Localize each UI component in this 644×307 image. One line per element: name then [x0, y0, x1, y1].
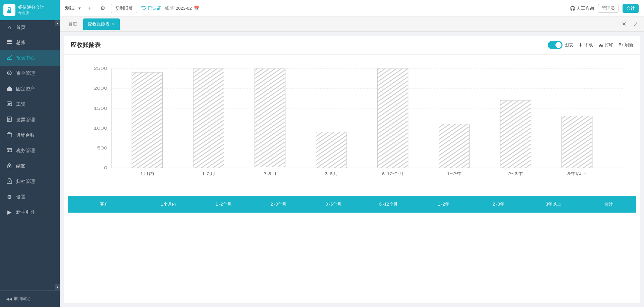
- svg-rect-2: [7, 40, 12, 41]
- tutorial-icon: ▶: [6, 209, 13, 215]
- svg-text:1-2月: 1-2月: [202, 171, 216, 176]
- sidebar-item-tax[interactable]: 税务管理: [0, 143, 60, 159]
- sidebar: 畅捷通好会计 专业版 ▲ ⌂ 首页 总账: [0, 0, 60, 307]
- workspace-dropdown-btn[interactable]: ▾: [78, 6, 81, 11]
- sidebar-logo: 畅捷通好会计 专业版: [0, 0, 60, 20]
- consult-btn[interactable]: 🎧 人工咨询: [570, 5, 594, 11]
- bar-1-2-month: [193, 69, 224, 168]
- period-info: 账期 2023-02 📅: [165, 5, 199, 11]
- header-actions: ▾ ＋ ⚙ 切到旧版: [78, 3, 137, 13]
- th-customer: 客户: [68, 196, 141, 213]
- th-2-3month: 2~3个月: [251, 196, 306, 213]
- certified-label: 已认证: [148, 5, 161, 11]
- svg-text:2~3年: 2~3年: [508, 171, 523, 176]
- page-inner: 应收账龄表 图表 ⬇ 下载 🖨 打印 ↻: [64, 36, 640, 303]
- sidebar-scroll-down[interactable]: ▼: [55, 284, 60, 290]
- sidebar-item-payroll[interactable]: 工资: [0, 97, 60, 112]
- tab-home[interactable]: 首页: [64, 18, 82, 30]
- sidebar-item-reports[interactable]: 报表中心: [0, 50, 60, 66]
- tab-close-window-btn[interactable]: ✕: [619, 19, 629, 29]
- th-6-12month: 6~12个月: [361, 196, 416, 213]
- app-sub: 专业版: [18, 10, 44, 15]
- svg-text:3年以上: 3年以上: [567, 171, 587, 176]
- bar-2-3-month: [255, 69, 285, 167]
- sidebar-label-assets: 固定资产: [16, 86, 35, 92]
- svg-text:2500: 2500: [94, 66, 107, 71]
- tab-close-btn[interactable]: ✕: [112, 22, 115, 27]
- closing-icon: [6, 163, 13, 170]
- settings-icon: ⚙: [6, 194, 13, 200]
- sidebar-label-settings: 设置: [16, 194, 25, 200]
- home-icon: ⌂: [6, 25, 13, 31]
- svg-text:1000: 1000: [94, 126, 107, 130]
- svg-rect-17: [7, 133, 12, 137]
- headset-icon: 🎧: [570, 6, 575, 11]
- svg-text:1500: 1500: [94, 106, 107, 111]
- th-3plus: 3年以上: [526, 196, 581, 213]
- consult-label: 人工咨询: [577, 5, 594, 11]
- download-icon: ⬇: [579, 42, 583, 48]
- certified-icon: 🛡: [141, 5, 147, 11]
- cancel-fixed-btn[interactable]: ◀◀ 取消固定: [3, 294, 56, 304]
- sidebar-item-archive[interactable]: 归档管理: [0, 174, 60, 189]
- sidebar-item-settings[interactable]: ⚙ 设置: [0, 189, 60, 205]
- sidebar-footer: ◀◀ 取消固定: [0, 290, 60, 307]
- sidebar-item-assets[interactable]: 固定资产: [0, 81, 60, 97]
- sidebar-item-purchase[interactable]: 进销台账: [0, 128, 60, 143]
- sidebar-label-home: 首页: [16, 25, 25, 31]
- print-btn[interactable]: 🖨 打印: [598, 42, 613, 48]
- top-header: 测试 ▾ ＋ ⚙ 切到旧版 🛡 已认证 账期 2023-02 📅 🎧 人工咨询 …: [60, 0, 644, 17]
- period-value: 2023-02: [176, 6, 192, 11]
- svg-text:3-6月: 3-6月: [325, 171, 338, 176]
- svg-rect-10: [7, 102, 12, 106]
- add-workspace-btn[interactable]: ＋: [84, 3, 94, 13]
- download-btn[interactable]: ⬇ 下载: [579, 42, 593, 48]
- svg-text:1月内: 1月内: [140, 171, 154, 176]
- toggle-label: 图表: [565, 42, 573, 48]
- tab-expand-btn[interactable]: ⤢: [631, 19, 640, 29]
- th-1-2year: 1~2年: [416, 196, 471, 213]
- sidebar-item-capital[interactable]: ¥ 资金管理: [0, 66, 60, 81]
- sidebar-label-ledger: 总账: [16, 40, 25, 46]
- app-logo-icon: [3, 4, 15, 16]
- sidebar-item-tutorial[interactable]: ▶ 新手引导: [0, 205, 60, 220]
- svg-text:¥: ¥: [8, 72, 10, 75]
- svg-text:1~2年: 1~2年: [447, 171, 462, 176]
- page-header: 应收账龄表 图表 ⬇ 下载 🖨 打印 ↻: [64, 36, 640, 55]
- refresh-label: 刷新: [625, 42, 633, 48]
- sidebar-item-closing[interactable]: 结账: [0, 159, 60, 174]
- accountant-badge[interactable]: 会计: [623, 4, 639, 13]
- svg-text:0: 0: [104, 166, 107, 170]
- sidebar-scroll-up[interactable]: ▲: [55, 20, 60, 26]
- workspace-name: 测试: [65, 5, 74, 11]
- tab-ar-aging[interactable]: 应收账龄表 ✕: [83, 18, 120, 30]
- certified-badge: 🛡 已认证: [141, 5, 161, 11]
- download-label: 下载: [584, 42, 593, 48]
- svg-point-22: [9, 166, 10, 167]
- svg-text:6-12个月: 6-12个月: [382, 171, 404, 176]
- cancel-fixed-label: 取消固定: [14, 296, 30, 302]
- calendar-icon[interactable]: 📅: [194, 6, 199, 11]
- settings-gear-btn[interactable]: ⚙: [98, 3, 108, 13]
- bar-3plus-year: [561, 116, 592, 168]
- print-icon: 🖨: [598, 42, 603, 48]
- sidebar-item-home[interactable]: ⌂ 首页: [0, 20, 60, 35]
- sidebar-nav: ▲ ⌂ 首页 总账 报表中心: [0, 20, 60, 290]
- tab-bar: 首页 应收账龄表 ✕ ✕ ⤢: [60, 17, 644, 32]
- page-toolbar: 图表 ⬇ 下载 🖨 打印 ↻ 刷新: [548, 41, 633, 49]
- sidebar-label-closing: 结账: [16, 163, 25, 169]
- svg-rect-18: [7, 148, 12, 152]
- switch-version-btn[interactable]: 切到旧版: [111, 4, 137, 13]
- sidebar-item-invoice[interactable]: 发票管理: [0, 112, 60, 128]
- manager-badge[interactable]: 管理员: [598, 4, 619, 13]
- th-total: 合计: [581, 196, 636, 213]
- bar-3-6-month: [316, 132, 347, 168]
- svg-marker-9: [7, 86, 12, 88]
- tax-icon: [6, 147, 13, 154]
- chart-toggle[interactable]: [548, 41, 562, 49]
- sidebar-item-ledger[interactable]: 总账: [0, 35, 60, 50]
- svg-rect-8: [7, 88, 12, 91]
- refresh-btn[interactable]: ↻ 刷新: [619, 42, 633, 48]
- sidebar-label-purchase: 进销台账: [16, 132, 35, 138]
- page-content: 应收账龄表 图表 ⬇ 下载 🖨 打印 ↻: [60, 32, 644, 307]
